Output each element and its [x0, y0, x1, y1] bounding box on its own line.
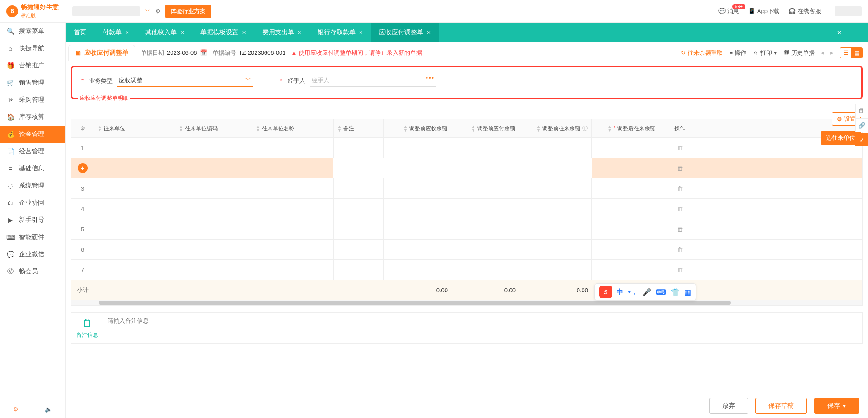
view-card-button[interactable]: ▤	[851, 48, 862, 58]
table-cell[interactable]	[252, 199, 334, 219]
avatar[interactable]	[835, 6, 862, 16]
close-icon[interactable]: ×	[180, 29, 184, 36]
table-cell[interactable]	[94, 219, 175, 239]
messages-button[interactable]: 💬 消息 99+	[718, 7, 739, 15]
sidebar-item[interactable]: 📄经营管理	[0, 143, 65, 160]
tab[interactable]: 费用支出单×	[254, 23, 309, 42]
table-cell[interactable]	[451, 158, 519, 178]
sidebar-item[interactable]: 🗂企业协同	[0, 194, 65, 211]
table-cell[interactable]	[94, 199, 175, 219]
col-post-bal[interactable]: ▲▼*调整后往来余额	[592, 119, 659, 137]
handler-input[interactable]: 经手人 •••	[310, 75, 436, 87]
close-icon[interactable]: ×	[427, 29, 431, 36]
ime-lang[interactable]: 中	[617, 288, 623, 296]
table-cell[interactable]	[175, 158, 252, 178]
delete-row-button[interactable]: 🗑	[659, 240, 700, 259]
tab[interactable]: 其他收入单×	[137, 23, 192, 42]
table-cell[interactable]	[451, 260, 519, 280]
sidebar-item[interactable]: ▶新手引导	[0, 211, 65, 229]
table-cell[interactable]	[519, 260, 592, 280]
sidebar-item[interactable]: ◌系统管理	[0, 177, 65, 194]
table-row[interactable]: +🗑	[71, 158, 862, 178]
table-row[interactable]: 4🗑	[71, 199, 862, 219]
table-cell[interactable]	[94, 260, 175, 280]
col-pre-recv[interactable]: ▲▼调整前应收余额	[384, 119, 451, 137]
try-solution-button[interactable]: 体验行业方案	[165, 5, 211, 18]
rail-attach-button[interactable]: 🔗	[855, 118, 868, 132]
document-date[interactable]: 单据日期 2023-06-06 📅	[141, 49, 207, 57]
sidebar-item[interactable]: 🛒销售管理	[0, 74, 65, 91]
delete-row-button[interactable]: 🗑	[659, 178, 700, 198]
view-list-button[interactable]: ☰	[840, 48, 851, 58]
sidebar-item[interactable]: ⌂快捷导航	[0, 40, 65, 57]
sidebar-item[interactable]: 💰资金管理	[0, 126, 65, 143]
ime-toolbar[interactable]: S 中 •， 🎤 ⌨ 👕 ▦	[594, 283, 696, 301]
delete-row-button[interactable]: 🗑	[659, 219, 700, 239]
tab[interactable]: 付款单×	[95, 23, 137, 42]
table-cell[interactable]	[451, 178, 519, 198]
ime-mic-icon[interactable]: 🎤	[642, 288, 651, 296]
table-cell[interactable]	[592, 158, 659, 178]
delete-row-button[interactable]: 🗑	[659, 158, 700, 178]
table-cell[interactable]	[175, 219, 252, 239]
table-cell[interactable]	[451, 138, 519, 158]
ime-punct-icon[interactable]: •，	[628, 287, 638, 297]
info-icon[interactable]: ⓘ	[582, 125, 588, 132]
table-cell[interactable]	[384, 260, 451, 280]
tab[interactable]: 首页	[66, 23, 95, 42]
tab-close-all-button[interactable]: ✕	[833, 26, 845, 39]
table-cell[interactable]	[334, 178, 384, 198]
business-type-field[interactable]: * 业务类型 应收调整 ﹀	[81, 75, 253, 87]
handler-field[interactable]: * 经手人 经手人 •••	[280, 75, 436, 87]
fullscreen-button[interactable]: ⛶	[850, 26, 863, 39]
sidebar-item[interactable]: ⌨智能硬件	[0, 229, 65, 246]
table-cell[interactable]	[252, 219, 334, 239]
table-cell[interactable]	[592, 199, 659, 219]
table-row[interactable]: 5🗑	[71, 219, 862, 240]
table-cell[interactable]	[334, 138, 384, 158]
table-cell[interactable]	[384, 219, 451, 239]
table-cell[interactable]	[592, 260, 659, 280]
table-cell[interactable]	[175, 199, 252, 219]
table-row[interactable]: 6🗑	[71, 240, 862, 260]
table-cell[interactable]	[451, 219, 519, 239]
table-cell[interactable]	[384, 199, 451, 219]
col-unit-code[interactable]: ▲▼往来单位编码	[175, 119, 252, 137]
sidebar-item[interactable]: 🎁营销推广	[0, 57, 65, 74]
table-cell[interactable]	[519, 199, 592, 219]
table-cell[interactable]	[519, 158, 592, 178]
sidebar-item[interactable]: 💬企业微信	[0, 246, 65, 263]
sound-icon[interactable]: 🔈	[45, 406, 52, 413]
delete-row-button[interactable]: 🗑	[659, 199, 700, 219]
sidebar-item[interactable]: 🔍搜索菜单	[0, 23, 65, 40]
table-cell[interactable]	[94, 178, 175, 198]
table-cell[interactable]	[252, 240, 334, 259]
table-cell[interactable]	[519, 138, 592, 158]
more-icon[interactable]: •••	[426, 75, 435, 81]
table-cell[interactable]	[451, 240, 519, 259]
table-cell[interactable]	[384, 158, 451, 178]
table-cell[interactable]	[519, 178, 592, 198]
gear-icon[interactable]: ⚙	[13, 406, 19, 413]
prev-icon[interactable]: ◂	[821, 49, 824, 56]
rebalance-link[interactable]: ↻ 往来余额重取	[681, 49, 723, 57]
table-cell[interactable]	[519, 219, 592, 239]
gear-icon[interactable]: ⚙	[155, 8, 161, 14]
table-cell[interactable]	[94, 138, 175, 158]
remark-input[interactable]	[108, 317, 858, 324]
table-cell[interactable]	[94, 158, 175, 178]
col-pre-bal[interactable]: ▲▼调整前往来余额ⓘ	[519, 119, 592, 137]
table-cell[interactable]	[592, 240, 659, 259]
table-cell[interactable]	[334, 219, 384, 239]
tab[interactable]: 应收应付调整单×	[371, 23, 439, 42]
table-cell[interactable]	[592, 138, 659, 158]
table-cell[interactable]	[592, 178, 659, 198]
table-cell[interactable]	[252, 178, 334, 198]
ime-shirt-icon[interactable]: 👕	[671, 288, 680, 296]
table-row[interactable]: 1🗑	[71, 138, 862, 158]
col-remark[interactable]: ▲▼备注	[334, 119, 384, 137]
tab[interactable]: 银行存取款单×	[309, 23, 371, 42]
table-cell[interactable]	[334, 260, 384, 280]
table-cell[interactable]	[592, 219, 659, 239]
table-row[interactable]: 7🗑	[71, 260, 862, 280]
